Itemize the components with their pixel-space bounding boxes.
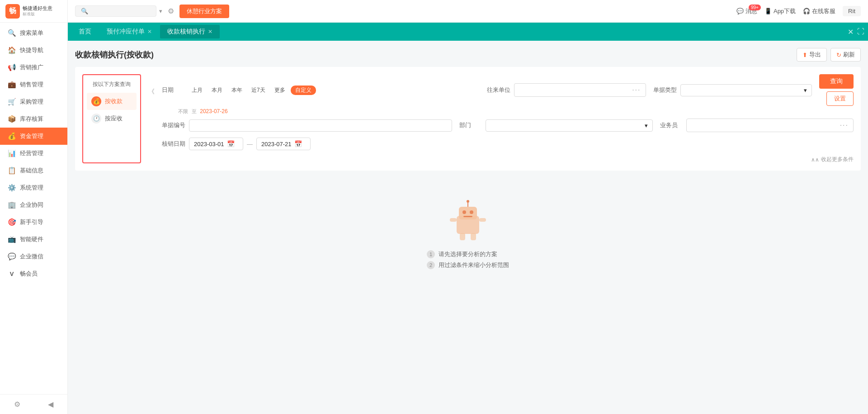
sidebar-item-quicknav[interactable]: 🏠 快捷导航 bbox=[0, 42, 67, 59]
date-btn-custom[interactable]: 自定义 bbox=[291, 86, 316, 95]
solution-button[interactable]: 休憩行业方案 bbox=[179, 5, 229, 18]
doctype-select[interactable]: ▾ bbox=[680, 84, 812, 96]
sidebar-item-label: 企业微信 bbox=[20, 252, 60, 261]
sidebar-item-search[interactable]: 🔍 搜索菜单 bbox=[0, 24, 67, 42]
sidebar-item-operation[interactable]: 📊 经营管理 bbox=[0, 145, 67, 162]
date-quick-buttons: 上月 本月 本年 近7天 更多 自定义 bbox=[188, 86, 316, 95]
dept-label: 部门 bbox=[459, 121, 482, 129]
tab-prepay[interactable]: 预付冲应付单 ✕ bbox=[99, 25, 159, 38]
tab-prepay-close-icon[interactable]: ✕ bbox=[147, 29, 152, 35]
filter-collapse-button[interactable]: 《 bbox=[146, 88, 156, 96]
staff-select[interactable]: ··· bbox=[686, 119, 854, 132]
partner-select[interactable]: ··· bbox=[514, 83, 646, 97]
filter-option-by-receipt[interactable]: 💰 按收款 bbox=[87, 93, 137, 110]
close-tab-icon[interactable]: ✕ bbox=[848, 28, 854, 36]
tab-receivable-close-icon[interactable]: ✕ bbox=[208, 29, 212, 35]
nav-tabs-right: ✕ ⛶ bbox=[848, 28, 864, 36]
date-btn-more[interactable]: 更多 bbox=[271, 86, 289, 95]
topbar-right: 💬 消息 99+ 📱 App下载 🎧 在线客服 Rit bbox=[736, 6, 861, 16]
refresh-button[interactable]: ↻ 刷新 bbox=[830, 48, 861, 62]
collapse-sidebar-button[interactable]: ◀ bbox=[46, 398, 55, 410]
sidebar-item-guide[interactable]: 🎯 新手引导 bbox=[0, 214, 67, 231]
sidebar-item-basic[interactable]: 📋 基础信息 bbox=[0, 162, 67, 179]
sidebar-item-label: 企业协同 bbox=[20, 201, 60, 209]
docno-label: 单据编号 bbox=[162, 121, 185, 129]
app-logo: 畅 畅捷通好生意 标准版 bbox=[0, 0, 67, 23]
megaphone-icon: 📢 bbox=[7, 63, 16, 71]
sidebar-item-system[interactable]: ⚙️ 系统管理 bbox=[0, 179, 67, 196]
page-actions: ⬆ 导出 ↻ 刷新 bbox=[797, 48, 861, 62]
box-icon: 📦 bbox=[7, 115, 16, 123]
user-account-button[interactable]: Rit bbox=[843, 6, 861, 16]
export-label: 导出 bbox=[809, 51, 821, 59]
query-button[interactable]: 查询 bbox=[819, 74, 854, 89]
sidebar-item-enterprise[interactable]: 🏢 企业协同 bbox=[0, 196, 67, 214]
docno-input[interactable] bbox=[189, 119, 452, 132]
sidebar-item-sales[interactable]: 💼 销售管理 bbox=[0, 76, 67, 93]
nav-tabs-bar: 首页 预付冲应付单 ✕ 收款核销执行 ✕ ✕ ⛶ bbox=[68, 23, 868, 41]
filter-option-by-receivable[interactable]: 🕐 按应收 bbox=[87, 110, 137, 127]
sidebar-item-marketing[interactable]: 📢 营销推广 bbox=[0, 59, 67, 76]
chevron-up-icon: ∧∧ bbox=[811, 157, 819, 163]
sidebar-item-member[interactable]: V 畅会员 bbox=[0, 265, 67, 282]
refresh-label: 刷新 bbox=[843, 51, 855, 59]
online-service-button[interactable]: 🎧 在线客服 bbox=[803, 7, 835, 15]
staff-select-icon: ··· bbox=[840, 121, 849, 129]
sidebar-item-label: 新手引导 bbox=[20, 218, 60, 226]
message-button[interactable]: 💬 消息 99+ bbox=[736, 7, 757, 15]
top-search-box[interactable]: 🔍 bbox=[75, 5, 156, 17]
collapse-more-label: 收起更多条件 bbox=[821, 156, 854, 163]
sidebar-item-label: 资金管理 bbox=[20, 132, 60, 140]
page-header: 收款核销执行(按收款) ⬆ 导出 ↻ 刷新 bbox=[75, 48, 861, 62]
svg-point-2 bbox=[462, 210, 466, 214]
date-btn-this-year[interactable]: 本年 bbox=[228, 86, 246, 95]
sidebar-item-purchase[interactable]: 🛒 采购管理 bbox=[0, 93, 67, 110]
empty-state: 1 请先选择要分析的方案 2 用过滤条件来缩小分析范围 bbox=[75, 171, 861, 299]
dept-dropdown-icon: ▾ bbox=[645, 122, 648, 129]
robot-svg bbox=[441, 198, 495, 243]
verify-date-end-input[interactable]: 2023-07-21 📅 bbox=[256, 138, 311, 150]
sidebar-item-wechat[interactable]: 💬 企业微信 bbox=[0, 248, 67, 265]
target-icon: 🎯 bbox=[7, 218, 16, 226]
vip-icon: V bbox=[7, 271, 16, 277]
empty-hint-2: 2 用过滤条件来缩小分析范围 bbox=[427, 261, 509, 269]
partner-label: 往来单位 bbox=[487, 86, 510, 94]
verify-date-range: 2023-03-01 📅 — 2023-07-21 📅 bbox=[189, 138, 311, 150]
tab-home[interactable]: 首页 bbox=[71, 25, 99, 38]
date-btn-this-month[interactable]: 本月 bbox=[208, 86, 226, 95]
export-button[interactable]: ⬆ 导出 bbox=[797, 48, 827, 62]
chart-icon: 📊 bbox=[7, 149, 16, 157]
topbar-dropdown-icon[interactable]: ▾ bbox=[159, 8, 162, 14]
home-icon: 🏠 bbox=[7, 46, 16, 54]
svg-rect-1 bbox=[459, 207, 477, 219]
verify-date-start-input[interactable]: 2023-03-01 📅 bbox=[189, 138, 243, 150]
sidebar: 畅 畅捷通好生意 标准版 🔍 搜索菜单 🏠 快捷导航 📢 营销推广 💼 销售管理… bbox=[0, 0, 68, 414]
query-settings-block: 查询 设置 bbox=[819, 74, 854, 106]
topbar-gear-icon[interactable]: ⚙ bbox=[168, 7, 174, 15]
dept-select[interactable]: ▾ bbox=[486, 119, 653, 132]
tab-receivable[interactable]: 收款核销执行 ✕ bbox=[160, 25, 220, 38]
filter-option-receivable-label: 按应收 bbox=[105, 114, 123, 123]
sidebar-item-finance[interactable]: 💰 资金管理 bbox=[0, 128, 67, 145]
hint-2-text: 用过滤条件来缩小分析范围 bbox=[439, 261, 509, 269]
app-download-label: App下载 bbox=[774, 7, 796, 15]
empty-hint-1: 1 请先选择要分析的方案 bbox=[427, 250, 509, 258]
date-btn-last-month[interactable]: 上月 bbox=[188, 86, 206, 95]
tab-receivable-label: 收款核销执行 bbox=[167, 28, 205, 36]
date-btn-7days[interactable]: 近7天 bbox=[248, 86, 269, 95]
page-title: 收款核销执行(按收款) bbox=[75, 49, 154, 60]
staff-label: 业务员 bbox=[660, 121, 683, 129]
settings-gear-button[interactable]: ⚙ bbox=[12, 398, 22, 410]
phone-icon: 📱 bbox=[764, 8, 772, 14]
sidebar-item-label: 营销推广 bbox=[20, 63, 60, 71]
date-to-text: 至 bbox=[192, 109, 197, 114]
page-content: 收款核销执行(按收款) ⬆ 导出 ↻ 刷新 按以下方案查询 💰 按收款 bbox=[68, 41, 868, 414]
sidebar-item-inventory[interactable]: 📦 库存核算 bbox=[0, 110, 67, 128]
list-icon: 📋 bbox=[7, 167, 16, 175]
receipt-icon: 💰 bbox=[91, 96, 101, 106]
collapse-more-button[interactable]: ∧∧ 收起更多条件 bbox=[811, 156, 854, 163]
app-download-button[interactable]: 📱 App下载 bbox=[764, 7, 796, 15]
expand-tab-icon[interactable]: ⛶ bbox=[857, 28, 864, 36]
sidebar-item-hardware[interactable]: 📺 智能硬件 bbox=[0, 231, 67, 248]
settings-button[interactable]: 设置 bbox=[826, 91, 854, 106]
